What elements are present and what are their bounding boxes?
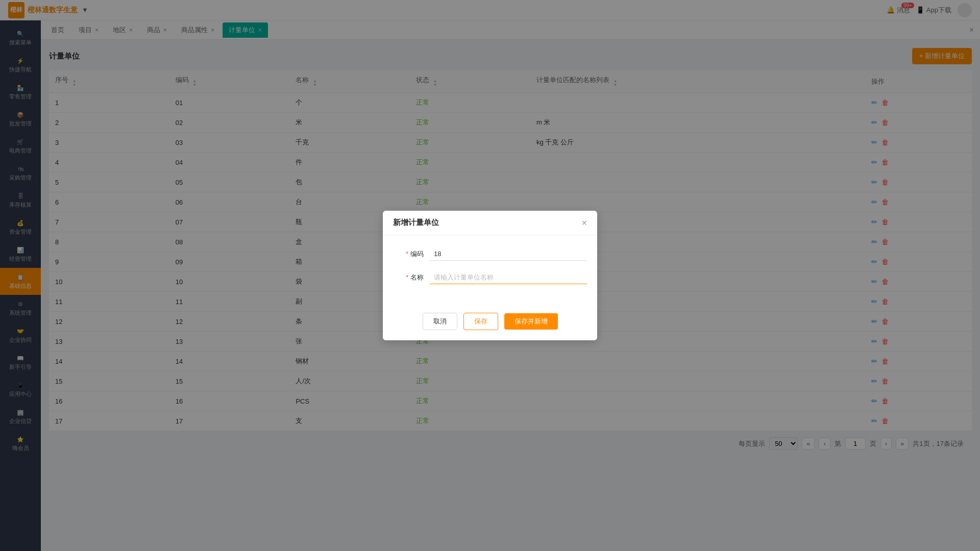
add-unit-modal: 新增计量单位 × * 编码 * 名称 取消 保存 保存并新增 bbox=[383, 211, 597, 340]
cancel-button[interactable]: 取消 bbox=[423, 313, 457, 330]
save-and-add-button[interactable]: 保存并新增 bbox=[504, 313, 558, 330]
name-required-mark: * bbox=[406, 273, 408, 281]
modal-overlay[interactable]: 新增计量单位 × * 编码 * 名称 取消 保存 保存并新增 bbox=[0, 0, 980, 551]
save-button[interactable]: 保存 bbox=[463, 313, 498, 330]
code-required-mark: * bbox=[406, 250, 408, 258]
modal-close-button[interactable]: × bbox=[581, 218, 587, 228]
modal-header: 新增计量单位 × bbox=[383, 211, 597, 235]
form-row-code: * 编码 bbox=[393, 247, 587, 261]
form-row-name: * 名称 bbox=[393, 271, 587, 284]
modal-footer: 取消 保存 保存并新增 bbox=[383, 307, 597, 340]
name-input[interactable] bbox=[430, 271, 587, 284]
modal-body: * 编码 * 名称 bbox=[383, 235, 597, 307]
code-input[interactable] bbox=[430, 247, 587, 261]
name-label: * 名称 bbox=[393, 273, 424, 282]
modal-title: 新增计量单位 bbox=[393, 218, 439, 228]
code-label: * 编码 bbox=[393, 249, 424, 259]
